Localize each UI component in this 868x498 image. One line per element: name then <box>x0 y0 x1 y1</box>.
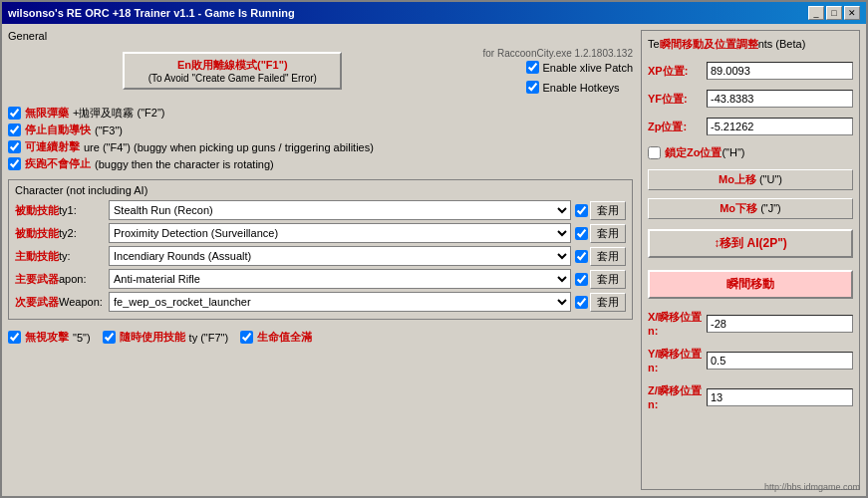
instant-coord-row-z: Z/瞬移位置n: <box>648 383 853 410</box>
apply-checkbox-2[interactable] <box>575 250 588 263</box>
lock-checkbox[interactable] <box>648 146 661 159</box>
xlive-checkbox-row: Enable xlive Patch <box>526 61 634 74</box>
skill-label-0: 被動技能ty1: <box>15 203 105 218</box>
checkbox-row-0: 無限彈藥+拋彈及噴霧 ("F2") <box>8 106 633 121</box>
bottom-cb-text-0: "5") <box>73 332 91 344</box>
bottom-cb-2[interactable] <box>240 331 253 344</box>
close-button[interactable]: ✕ <box>844 6 860 20</box>
skill-select-2[interactable]: Incendiary Rounds (Assualt) Stealth Run … <box>109 246 571 266</box>
right-panel: Te瞬間移動及位置調整nts (Beta) XP位置: YF位置: Zp位置: <box>641 30 860 490</box>
instant-coord-input-z[interactable] <box>707 388 853 406</box>
checkbox-text-1: ("F3") <box>95 124 123 136</box>
skill-select-4[interactable]: fe_wep_os_rocket_launcher <box>109 292 571 312</box>
hotkeys-checkbox-row: Enable Hotkeys <box>526 81 634 94</box>
coord-row-yf: YF位置: <box>648 90 853 108</box>
checkbox-text-2: ure ("F4") (buggy when picking up guns /… <box>84 141 374 153</box>
left-panel: General En敗用離線模式("F1") (To Avoid "Create… <box>8 30 633 490</box>
checkbox-label-1: 停止自動導快 <box>25 123 91 137</box>
instant-coord-input-x[interactable] <box>707 315 853 333</box>
bottom-checkbox-2: 生命值全滿 <box>240 330 312 345</box>
checkbox-label-0: 無限彈藥 <box>25 106 69 121</box>
coord-row-zp: Zp位置: <box>648 118 853 135</box>
checkbox-2[interactable] <box>8 140 21 153</box>
bottom-cb-label-1: 隨時使用技能 <box>120 330 185 345</box>
move-up-button[interactable]: Mo上移 ("U") <box>648 169 853 190</box>
checkbox-label-3: 疾跑不會停止 <box>25 156 91 171</box>
title-bar: wilsonso's RE ORC +18 Trainer v1.1 - Gam… <box>2 2 866 24</box>
skill-select-0[interactable]: Stealth Run (Recon) Proximity Detection … <box>109 200 571 220</box>
bottom-checkbox-0: 無視攻擊"5") <box>8 330 91 345</box>
apply-checkbox-4[interactable] <box>575 296 588 309</box>
bottom-cb-text-1: ty ("F7") <box>189 332 229 344</box>
inline-checkboxes: Enable xlive Patch Enable Hotkeys <box>526 59 634 96</box>
checkbox-text-3: (buggy then the character is rotating) <box>95 158 274 170</box>
skill-label-1: 被動技能ty2: <box>15 226 105 241</box>
coord-row-xp: XP位置: <box>648 62 853 80</box>
apply-button-1[interactable]: 套用 <box>590 224 626 243</box>
skill-select-3[interactable]: Anti-material Rifle <box>109 269 571 289</box>
instant-coord-label-z: Z/瞬移位置n: <box>648 383 703 410</box>
bottom-cb-0[interactable] <box>8 331 21 344</box>
checkbox-1[interactable] <box>8 124 21 136</box>
skill-row-2: 主動技能ty: Incendiary Rounds (Assualt) Stea… <box>15 246 626 266</box>
bottom-cb-label-2: 生命值全滿 <box>257 330 312 345</box>
general-label: General <box>8 30 633 42</box>
coord-input-yf[interactable] <box>707 90 853 108</box>
checkbox-row-2: 可連續射擊ure ("F4") (buggy when picking up g… <box>8 139 633 154</box>
checkbox-label-2: 可連續射擊 <box>25 139 80 154</box>
coord-label-xp: XP位置: <box>648 64 703 79</box>
bottom-cb-1[interactable] <box>103 331 116 344</box>
apply-button-4[interactable]: 套用 <box>590 293 626 312</box>
lock-row: 鎖定Zo位置("H") <box>648 145 853 160</box>
character-label: Character (not including AI) <box>15 184 626 196</box>
enable-patch-button[interactable]: En敗用離線模式("F1") (To Avoid "Create Game Fa… <box>123 52 342 90</box>
top-row: En敗用離線模式("F1") (To Avoid "Create Game Fa… <box>8 48 633 96</box>
coord-label-yf: YF位置: <box>648 92 703 107</box>
skill-row-4: 次要武器Weapon: fe_wep_os_rocket_launcher 套用 <box>15 292 626 312</box>
minimize-button[interactable]: _ <box>808 6 824 20</box>
checkbox-text-0: +拋彈及噴霧 ("F2") <box>73 106 164 121</box>
apply-checkbox-3[interactable] <box>575 273 588 286</box>
skill-row-1: 被動技能ty2: Proximity Detection (Surveillan… <box>15 223 626 243</box>
bottom-cb-label-0: 無視攻擊 <box>25 330 69 345</box>
apply-check-3: 套用 <box>575 270 626 289</box>
skill-row-0: 被動技能ty1: Stealth Run (Recon) Proximity D… <box>15 200 626 220</box>
apply-button-0[interactable]: 套用 <box>590 201 626 220</box>
xlive-label: Enable xlive Patch <box>543 62 634 74</box>
maximize-button[interactable]: □ <box>826 6 842 20</box>
teleport-button[interactable]: 瞬間移動 <box>648 270 853 299</box>
apply-check-4: 套用 <box>575 293 626 312</box>
coord-input-xp[interactable] <box>707 62 853 80</box>
xlive-checkbox[interactable] <box>526 61 539 74</box>
apply-checkbox-0[interactable] <box>575 204 588 217</box>
coord-input-zp[interactable] <box>707 118 853 135</box>
skill-label-4: 次要武器Weapon: <box>15 295 105 310</box>
main-window: wilsonso's RE ORC +18 Trainer v1.1 - Gam… <box>0 0 868 498</box>
hotkeys-checkbox[interactable] <box>526 81 539 94</box>
teleport-ai-button[interactable]: ↕移到 AI(2P") <box>648 229 853 258</box>
move-down-button[interactable]: Mo下移 ("J") <box>648 198 853 219</box>
apply-button-2[interactable]: 套用 <box>590 247 626 266</box>
skill-row-3: 主要武器apon: Anti-material Rifle 套用 <box>15 269 626 289</box>
instant-coord-input-y[interactable] <box>707 352 853 370</box>
coord-label-zp: Zp位置: <box>648 120 703 134</box>
window-title: wilsonso's RE ORC +18 Trainer v1.1 - Gam… <box>8 7 295 19</box>
skill-label-3: 主要武器apon: <box>15 272 105 287</box>
checkbox-3[interactable] <box>8 157 21 170</box>
enable-patch-line1: En敗用離線模式("F1") <box>133 58 332 73</box>
checkbox-0[interactable] <box>8 107 21 120</box>
skill-label-2: 主動技能ty: <box>15 249 105 264</box>
lock-label: 鎖定Zo位置("H") <box>665 145 745 160</box>
checkbox-row-1: 停止自動導快 ("F3") <box>8 123 633 137</box>
main-checkboxes: 無限彈藥+拋彈及噴霧 ("F2") 停止自動導快 ("F3") 可連續射擊ure… <box>8 104 633 173</box>
skill-select-1[interactable]: Proximity Detection (Surveillance) Steal… <box>109 223 571 243</box>
raccoon-city-text: for RaccoonCity.exe 1.2.1803.132 <box>473 48 633 59</box>
bottom-checkbox-1: 隨時使用技能ty ("F7") <box>103 330 229 345</box>
apply-checkbox-1[interactable] <box>575 227 588 240</box>
instant-coord-row-y: Y/瞬移位置n: <box>648 347 853 374</box>
enable-patch-line2: (To Avoid "Create Game Failed" Error) <box>133 73 332 84</box>
apply-button-3[interactable]: 套用 <box>590 270 626 289</box>
instant-coord-row-x: X/瞬移位置n: <box>648 310 853 337</box>
checkbox-row-3: 疾跑不會停止 (buggy then the character is rota… <box>8 156 633 171</box>
bottom-checkboxes: 無視攻擊"5") 隨時使用技能ty ("F7") 生命值全滿 <box>8 328 633 347</box>
